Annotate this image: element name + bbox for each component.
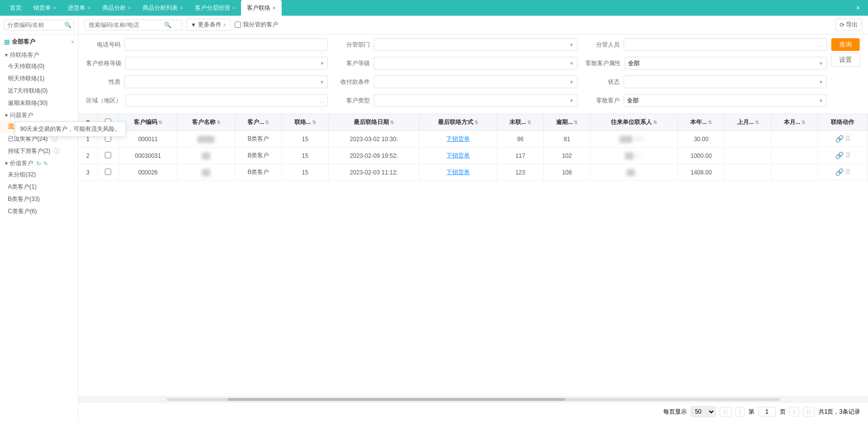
- action-more-icon[interactable]: ⠿: [845, 168, 850, 176]
- my-customers-checkbox-wrap[interactable]: 我分管的客户: [235, 21, 278, 29]
- sort-date-icon[interactable]: ⇅: [390, 120, 394, 125]
- filter-zero-attr-select[interactable]: 全部 ▼: [625, 57, 827, 70]
- group-value[interactable]: ▼ 价值客户 ↻ ✎: [0, 157, 78, 169]
- cell-last-way[interactable]: 下销货单: [419, 131, 497, 148]
- horizontal-scrollbar[interactable]: [78, 396, 868, 402]
- my-customers-checkbox[interactable]: [235, 22, 241, 28]
- sort-code-icon[interactable]: ⇅: [158, 120, 162, 125]
- close-purchase-tab[interactable]: ×: [87, 5, 90, 11]
- action-link-icon[interactable]: 🔗: [835, 168, 844, 176]
- sort-overdue-icon[interactable]: ⇅: [574, 120, 578, 125]
- filter-gender: 性质 ▼: [86, 75, 328, 88]
- tab-customer-segment[interactable]: 客户分层经营 ×: [189, 0, 241, 16]
- scroll-thumb[interactable]: [228, 398, 565, 401]
- sidebar-item-classA[interactable]: A类客户(1): [0, 181, 78, 193]
- tab-home[interactable]: 首页: [4, 0, 27, 16]
- cell-contact: 15: [282, 164, 328, 181]
- action-more-icon[interactable]: ⠿: [845, 151, 850, 159]
- filter-person-select[interactable]: …: [624, 38, 827, 51]
- cell-type: B类客户: [235, 148, 282, 164]
- filter-level-select[interactable]: ▼: [374, 57, 577, 70]
- close-customer-contact-tab[interactable]: ×: [272, 5, 275, 11]
- sort-name-icon[interactable]: ⇅: [217, 120, 220, 125]
- sort-person-icon[interactable]: ⇅: [653, 120, 657, 125]
- sort-lmonth-icon[interactable]: ⇅: [755, 120, 759, 125]
- search-submit-icon[interactable]: 🔍: [164, 22, 171, 28]
- sidebar-item-declining[interactable]: 持续下滑客户(2) ⓘ: [0, 145, 78, 157]
- sidebar-item-overdue[interactable]: 逾期未联络(30): [0, 97, 78, 109]
- close-all-tabs[interactable]: ×: [852, 4, 864, 12]
- tab-analysis-list[interactable]: 商品分析列表 ×: [137, 0, 189, 16]
- action-more-icon[interactable]: ⠿: [845, 135, 850, 143]
- row-checkbox[interactable]: [105, 169, 111, 175]
- page-number-input[interactable]: [758, 407, 776, 417]
- sidebar-item-classB[interactable]: B类客户(33): [0, 193, 78, 205]
- last-page-btn[interactable]: ⟩⟩: [803, 407, 815, 417]
- refresh-icon[interactable]: ↻: [36, 160, 41, 167]
- close-analysis-tab[interactable]: ×: [128, 5, 131, 11]
- filter-status-select[interactable]: ▼: [624, 75, 827, 88]
- sidebar-item-7days[interactable]: 近7天待联络(0): [0, 85, 78, 97]
- group-problem[interactable]: ▼ 问题客户: [0, 109, 78, 121]
- cell-last-way[interactable]: 下销货单: [419, 148, 497, 164]
- th-name: 客户名称⇅: [177, 114, 235, 131]
- action-link-icon[interactable]: 🔗: [835, 135, 844, 143]
- cell-actions[interactable]: 🔗 ⠿: [818, 148, 868, 164]
- tab-analysis[interactable]: 商品分析 ×: [96, 0, 137, 16]
- sidebar-root[interactable]: ⊞ 全部客户 «: [0, 35, 78, 49]
- tab-customer-contact[interactable]: 客户联络 ×: [241, 0, 281, 16]
- filter-price-select[interactable]: ▼: [125, 57, 328, 70]
- filter-dept-select[interactable]: ▼: [374, 38, 577, 51]
- filter-type-select[interactable]: ▼: [374, 94, 577, 107]
- cell-type: B类客户: [235, 131, 282, 148]
- cell-checkbox[interactable]: [97, 148, 119, 164]
- sort-tmonth-icon[interactable]: ⇅: [801, 120, 805, 125]
- export-btn[interactable]: ⟳ 导出: [835, 19, 862, 31]
- cell-contact: 15: [282, 131, 328, 148]
- row-checkbox[interactable]: [105, 152, 111, 158]
- sort-year-icon[interactable]: ⇅: [708, 120, 712, 125]
- cell-this-month: [771, 148, 818, 164]
- first-page-btn[interactable]: ⟨⟨: [720, 407, 731, 417]
- prev-page-btn[interactable]: ⟨: [735, 407, 745, 417]
- next-page-btn[interactable]: ⟩: [790, 407, 799, 417]
- sidebar-item-classC[interactable]: C类客户(6): [0, 205, 78, 218]
- close-customer-segment-tab[interactable]: ×: [232, 5, 235, 11]
- page-size-select[interactable]: 50 20 100: [691, 406, 716, 417]
- more-filter-btn[interactable]: ▼ 更多条件 ∧: [186, 19, 231, 31]
- sidebar-item-tomorrow[interactable]: 明天待联络(1): [0, 73, 78, 85]
- collapse-icon[interactable]: «: [71, 39, 74, 45]
- tab-purchase[interactable]: 进货单 ×: [62, 0, 96, 16]
- filter-settings-btn[interactable]: 设置: [831, 53, 860, 67]
- query-btn[interactable]: 查询: [831, 38, 860, 51]
- action-link-icon[interactable]: 🔗: [835, 151, 844, 159]
- cell-checkbox[interactable]: [97, 164, 119, 181]
- scroll-track[interactable]: [167, 398, 780, 401]
- group-pending[interactable]: ▼ 待联络客户: [0, 49, 78, 60]
- close-analysis-list-tab[interactable]: ×: [180, 5, 183, 11]
- sidebar-search-input[interactable]: [4, 20, 74, 30]
- sort-type-icon[interactable]: ⇅: [265, 120, 269, 125]
- filter-payment-select[interactable]: ▼: [374, 75, 577, 88]
- filter-phone-input[interactable]: [124, 38, 328, 51]
- edit-icon[interactable]: ✎: [43, 160, 48, 167]
- sort-unlink-icon[interactable]: ⇅: [527, 120, 531, 125]
- filter-zero-select[interactable]: 全部 ▼: [624, 94, 827, 107]
- filter-gender-select[interactable]: ▼: [124, 75, 328, 88]
- status-arrow-icon: ▼: [819, 79, 823, 85]
- arrow-pending: ▼: [4, 52, 9, 58]
- search-input[interactable]: [89, 22, 162, 28]
- filter-region-select[interactable]: …: [125, 94, 328, 107]
- cell-last-way[interactable]: 下销货单: [419, 164, 497, 181]
- tab-sales[interactable]: 销货单 ×: [27, 0, 62, 16]
- close-sales-tab[interactable]: ×: [53, 5, 56, 11]
- cell-actions[interactable]: 🔗 ⠿: [818, 131, 868, 147]
- cell-unlink: 96: [497, 131, 544, 148]
- sidebar-item-ungroup[interactable]: 未分组(32): [0, 169, 78, 181]
- sort-way-icon[interactable]: ⇅: [474, 120, 478, 125]
- cell-actions[interactable]: 🔗 ⠿: [818, 164, 868, 180]
- sidebar-item-today[interactable]: 今天待联络(0): [0, 60, 78, 73]
- cell-code: 000011: [119, 131, 177, 148]
- sort-contact-icon[interactable]: ⇅: [312, 120, 316, 125]
- arrow-value: ▼: [4, 161, 9, 166]
